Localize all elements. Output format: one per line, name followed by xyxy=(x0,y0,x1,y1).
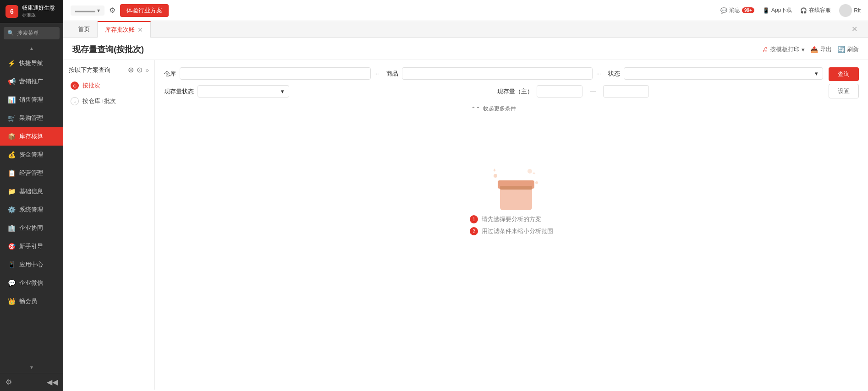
scheme-item-by-batch[interactable]: ⊙ 按批次 xyxy=(63,78,154,93)
warehouse-filter-group: 仓库 ··· xyxy=(164,67,379,80)
scroll-up-button[interactable]: ▲ xyxy=(0,43,63,54)
tab-home[interactable]: 首页 xyxy=(71,21,98,38)
sidebar-item-label: 资金管理 xyxy=(19,151,43,159)
left-panel-actions: ⊕ ⊙ » xyxy=(128,65,149,74)
user-menu[interactable]: Rit xyxy=(839,4,861,17)
export-label: 导出 xyxy=(820,45,832,54)
scheme-label-by-batch: 按批次 xyxy=(82,81,100,90)
left-panel-header: 按以下方案查询 ⊕ ⊙ » xyxy=(63,65,154,78)
app-edition: 标准版 xyxy=(22,12,55,18)
trial-button[interactable]: 体验行业方案 xyxy=(120,4,169,17)
status-label: 状态 xyxy=(608,70,620,78)
warehouse-more-icon[interactable]: ··· xyxy=(374,71,379,77)
sidebar-item-label: 系统管理 xyxy=(19,206,43,214)
online-support-button[interactable]: 🎧 在线客服 xyxy=(800,6,831,14)
product-input[interactable] xyxy=(402,67,593,80)
query-button[interactable]: 查询 xyxy=(829,67,859,81)
product-more-icon[interactable]: ··· xyxy=(596,71,601,77)
nav-icon-sales: 📊 xyxy=(7,96,16,104)
range-dash: — xyxy=(586,88,599,95)
warehouse-input[interactable] xyxy=(180,67,371,80)
content-area: 按以下方案查询 ⊕ ⊙ » ⊙ 按批次 ○ 按仓库+批次 xyxy=(63,60,868,390)
nav-icon-system: ⚙️ xyxy=(7,206,16,214)
scheme-settings-icon[interactable]: ⊙ xyxy=(137,65,143,74)
sidebar-item-newbie[interactable]: 🎯 新手引导 xyxy=(0,237,63,255)
tip-text-1: 请先选择要分析的方案 xyxy=(482,215,541,223)
tab-close-icon[interactable]: ✕ xyxy=(137,26,143,33)
sidebar-item-wechat[interactable]: 💬 企业微信 xyxy=(0,274,63,292)
sidebar-item-basics[interactable]: 📁 基础信息 xyxy=(0,182,63,201)
sidebar-item-shortcut[interactable]: ⚡ 快捷导航 xyxy=(0,54,63,72)
tip-text-2: 用过滤条件来缩小分析范围 xyxy=(482,227,553,235)
nav-icon-enterprise: 🏢 xyxy=(7,224,16,232)
sidebar-item-label: 销售管理 xyxy=(19,96,43,104)
svg-rect-0 xyxy=(500,187,532,210)
inventory-qty-start-input[interactable] xyxy=(537,85,582,98)
tabbar: 首页 库存批次账 ✕ ✕ xyxy=(63,21,868,38)
sidebar-item-system[interactable]: ⚙️ 系统管理 xyxy=(0,201,63,219)
sidebar-item-enterprise[interactable]: 🏢 企业协同 xyxy=(0,219,63,237)
search-icon: 🔍 xyxy=(7,30,14,36)
company-name: ▬▬▬▬ xyxy=(75,8,95,13)
sidebar-item-purchase[interactable]: 🛒 采购管理 xyxy=(0,109,63,127)
sidebar-item-operations[interactable]: 📋 经营管理 xyxy=(0,164,63,182)
sidebar-search[interactable]: 🔍 搜索菜单 xyxy=(4,27,60,39)
sidebar-footer: ⚙ ◀◀ xyxy=(0,373,63,391)
left-panel: 按以下方案查询 ⊕ ⊙ » ⊙ 按批次 ○ 按仓库+批次 xyxy=(63,60,155,390)
empty-tips: 1 请先选择要分析的方案 2 用过滤条件来缩小分析范围 xyxy=(470,215,553,235)
export-button[interactable]: 📤 导出 xyxy=(810,45,832,54)
sidebar-header: 6 畅康通好生意 标准版 xyxy=(0,0,63,23)
scroll-down-button[interactable]: ▼ xyxy=(0,362,63,373)
nav-icon-finance: 💰 xyxy=(7,151,16,159)
topbar-settings-icon[interactable]: ⚙ xyxy=(109,6,115,15)
inventory-status-filter-group: 现存量状态 ▾ xyxy=(164,85,490,98)
scheme-label-by-warehouse-batch: 按仓库+批次 xyxy=(82,97,116,105)
topbar-left: ▬▬▬▬ ▾ ⚙ 体验行业方案 xyxy=(71,4,169,17)
sidebar-item-label: 营销推广 xyxy=(19,77,43,86)
settings-button[interactable]: 设置 xyxy=(829,84,859,98)
company-dropdown[interactable]: ▬▬▬▬ ▾ xyxy=(71,5,104,16)
scheme-inactive-icon: ○ xyxy=(71,97,79,105)
sidebar-item-inventory[interactable]: 📦 库存核算 xyxy=(0,127,63,146)
sidebar-item-label: 企业微信 xyxy=(19,279,43,287)
message-icon: 💬 xyxy=(720,7,727,14)
collapse-more-button[interactable]: ⌃⌃ 收起更多条件 xyxy=(164,101,823,116)
collapse-panel-icon[interactable]: » xyxy=(145,66,149,74)
sidebar: 6 畅康通好生意 标准版 🔍 搜索菜单 ▲ ⚡ 快捷导航 📢 营销推广 📊 销售… xyxy=(0,0,63,391)
sidebar-item-sales[interactable]: 📊 销售管理 xyxy=(0,91,63,109)
phone-icon: 📱 xyxy=(763,7,769,14)
tip-num-1: 1 xyxy=(470,215,478,223)
print-button[interactable]: 🖨 按模板打印 ▾ xyxy=(762,45,805,54)
page-header-actions: 🖨 按模板打印 ▾ 📤 导出 🔄 刷新 xyxy=(762,45,859,54)
print-icon: 🖨 xyxy=(762,46,768,53)
svg-text:✦: ✦ xyxy=(532,171,536,176)
add-scheme-icon[interactable]: ⊕ xyxy=(128,65,134,74)
scheme-active-icon: ⊙ xyxy=(71,81,79,90)
inventory-status-chevron-icon: ▾ xyxy=(281,88,284,95)
message-button[interactable]: 💬 消息 99+ xyxy=(720,6,754,14)
settings-icon[interactable]: ⚙ xyxy=(5,378,12,386)
inventory-status-select[interactable]: ▾ xyxy=(198,85,289,98)
tab-inventory-batch[interactable]: 库存批次账 ✕ xyxy=(98,21,151,38)
tip-num-2: 2 xyxy=(470,227,478,235)
svg-point-4 xyxy=(535,181,538,184)
product-filter-group: 商品 ··· xyxy=(386,67,601,80)
sidebar-item-apps[interactable]: 📱 应用中心 xyxy=(0,255,63,274)
sidebar-item-marketing[interactable]: 📢 营销推广 xyxy=(0,72,63,91)
sidebar-item-member[interactable]: 👑 畅会员 xyxy=(0,292,63,310)
sidebar-item-label: 库存核算 xyxy=(19,132,43,141)
scheme-item-by-warehouse-batch[interactable]: ○ 按仓库+批次 xyxy=(63,93,154,109)
svg-point-5 xyxy=(527,169,532,174)
tab-expand-button[interactable]: ✕ xyxy=(848,23,861,36)
message-label: 消息 xyxy=(729,6,740,14)
print-label: 按模板打印 xyxy=(770,45,800,54)
status-select[interactable]: ▾ xyxy=(624,67,823,80)
app-download-button[interactable]: 📱 App下载 xyxy=(763,6,792,14)
refresh-button[interactable]: 🔄 刷新 xyxy=(837,45,859,54)
sidebar-item-finance[interactable]: 💰 资金管理 xyxy=(0,146,63,164)
inventory-qty-end-input[interactable] xyxy=(603,85,649,98)
action-buttons: 查询 设置 xyxy=(829,67,859,98)
collapse-sidebar-icon[interactable]: ◀◀ xyxy=(47,378,58,386)
tab-home-label: 首页 xyxy=(78,25,90,33)
svg-text:✦: ✦ xyxy=(492,167,497,174)
